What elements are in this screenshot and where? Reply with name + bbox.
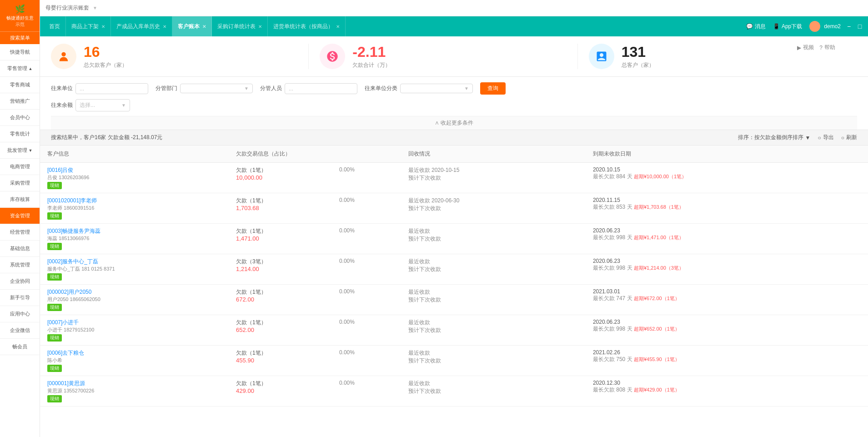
tab-products-close[interactable]: ✕ (101, 24, 105, 29)
filter-select-balance[interactable]: 选择... ▼ (75, 99, 130, 111)
sidebar-item-lingshou[interactable]: 零售管理 ▲ (0, 60, 40, 77)
tab-production-close[interactable]: ✕ (163, 24, 166, 29)
app-download-icon: 📱 (773, 23, 780, 30)
customer-name-2[interactable]: [0003]畅捷服务尹海蕊 (47, 227, 221, 235)
customer-name-0[interactable]: [0016]吕俊 (47, 166, 221, 174)
recover-date-5: 最近收款 (408, 319, 545, 326)
sidebar-item-yingxiao[interactable]: 营销推广 (0, 93, 40, 110)
maximize-button[interactable]: □ (855, 22, 864, 31)
sidebar-item-yingyong[interactable]: 应用中心 (0, 306, 40, 322)
cell-due-empty-1 (834, 193, 868, 224)
sidebar-item-changhui[interactable]: 畅会员 (0, 339, 40, 355)
customer-name-3[interactable]: [0002]服务中心_丁磊 (47, 258, 221, 266)
customer-name-4[interactable]: [000002]用户2050 (47, 288, 221, 296)
cell-recover-empty-0 (552, 163, 586, 193)
cell-due-empty-4 (834, 285, 868, 315)
customer-name-7[interactable]: [000001]黄思源 (47, 380, 221, 387)
stat-label-customers: 总欠款客户（家） (84, 61, 127, 69)
tab-purchase-order-close[interactable]: ✕ (258, 24, 262, 29)
data-table-wrapper: 客户信息 欠款交易信息（占比） 回收情况 到期未收款日期 [0016]吕俊 吕俊… (40, 146, 868, 437)
overdue-text-1[interactable]: 超期¥1,703.68（1笔） (634, 204, 684, 210)
sidebar-item-qiyeweixin[interactable]: 企业微信 (0, 322, 40, 339)
filter-select-dept[interactable]: ▼ (180, 84, 253, 93)
sidebar-item-caigou[interactable]: 采购管理 (0, 175, 40, 191)
collapse-icon: ∧ (435, 120, 439, 126)
sidebar-item-label: 资金管理 (10, 213, 30, 218)
sidebar-item-label: 电商管理 (10, 164, 30, 169)
customer-name-1[interactable]: [0001020001]李老师 (47, 197, 221, 205)
export-icon: ○ (818, 135, 821, 141)
message-label: 消息 (755, 23, 766, 30)
cell-customer-4: [000002]用户2050 用户2050 18665062050 现销 (40, 285, 229, 315)
sidebar-item-jichu[interactable]: 基础信息 (0, 241, 40, 257)
next-recover-6: 预计下次收款 (408, 357, 545, 365)
filter-select-balance-value: 选择... (80, 101, 95, 109)
sidebar-item-lingshoutongji[interactable]: 零售统计 (0, 126, 40, 142)
next-recover-2: 预计下次收款 (408, 235, 545, 243)
customer-tag-7: 现销 (47, 395, 62, 402)
avatar (809, 21, 820, 32)
sort-selector[interactable]: 排序：按欠款金额倒序排序 ▼ (738, 134, 811, 141)
overdue-text-7[interactable]: 超期¥429.00（1笔） (634, 387, 680, 392)
stat-label-debt: 欠款合计（万） (352, 61, 391, 69)
chevron-down-icon: ▼ (244, 86, 249, 91)
sidebar-item-lingshoucheng[interactable]: 零售商城 (0, 77, 40, 93)
tab-customer-account[interactable]: 客户账本 ✕ (172, 16, 212, 36)
sidebar-item-dianshang[interactable]: 电商管理 (0, 159, 40, 175)
sidebar-item-xitong[interactable]: 系统管理 (0, 257, 40, 273)
overdue-text-3[interactable]: 超期¥1,214.00（3笔） (634, 265, 684, 271)
tab-products[interactable]: 商品上下架 ✕ (66, 16, 111, 36)
tab-production[interactable]: 产成品入库单历史 ✕ (111, 16, 172, 36)
refresh-button[interactable]: ○ 刷新 (841, 134, 857, 141)
next-recover-5: 预计下次收款 (408, 326, 545, 334)
sidebar-item-kucun[interactable]: 库存核算 (0, 191, 40, 208)
overdue-text-6[interactable]: 超期¥455.90（1笔） (634, 357, 680, 362)
tab-customer-account-close[interactable]: ✕ (202, 24, 206, 29)
filter-input-unit[interactable]: ... (75, 83, 148, 94)
tab-purchase-order[interactable]: 采购订单统计表 ✕ (212, 16, 268, 36)
overdue-text-0[interactable]: 超期¥10,000.00（1笔） (634, 174, 687, 179)
company-dropdown-icon[interactable]: ▼ (93, 5, 97, 10)
debt-amount-7: 429.00 (236, 387, 325, 394)
cell-recover-empty-3 (552, 254, 586, 285)
filter-select-category[interactable]: ▼ (400, 84, 473, 93)
cell-due-date-0: 2020.10.15 最长欠款 884 天 超期¥10,000.00（1笔） (586, 163, 835, 193)
sidebar-item-kuaijie[interactable]: 快捷导航 (0, 44, 40, 60)
filter-fenguan-person: 分管人员 ... (260, 83, 357, 94)
tab-purchase-stats[interactable]: 进货单统计表（按商品） ✕ (268, 16, 346, 36)
filter-wanglai-unit: 往来单位 ... (51, 83, 148, 94)
filter-input-person[interactable]: ... (285, 83, 357, 94)
cell-customer-7: [000001]黄思源 黄思源 13552700226 现销 (40, 376, 229, 407)
sidebar-item-jingying[interactable]: 经营管理 (0, 224, 40, 241)
cell-due-empty-6 (834, 346, 868, 376)
view-video-button[interactable]: ▶ 视频 (797, 44, 814, 51)
customer-name-6[interactable]: [0006]去下粮仓 (47, 349, 221, 357)
user-button[interactable]: demo2 (809, 21, 841, 32)
customer-phone-0: 吕俊 13026203696 (47, 174, 221, 181)
collapse-filter-button[interactable]: ∧ 收起更多条件 (51, 116, 857, 130)
filter-input-person-dots: ... (289, 85, 293, 92)
sidebar-item-pifa[interactable]: 批发管理 ▼ (0, 142, 40, 159)
overdue-text-4[interactable]: 超期¥672.00（1笔） (634, 296, 680, 301)
overdue-text-5[interactable]: 超期¥652.00（1笔） (634, 326, 680, 332)
search-button[interactable]: 查询 (480, 82, 506, 95)
tab-purchase-stats-close[interactable]: ✕ (336, 24, 340, 29)
sidebar-item-zijin[interactable]: 资金管理 (0, 208, 40, 224)
tab-home[interactable]: 首页 (44, 16, 66, 36)
search-menu-button[interactable]: 搜索菜单 (0, 31, 40, 44)
message-button[interactable]: 💬 消息 (746, 23, 766, 30)
minimize-button[interactable]: − (844, 22, 853, 31)
sidebar-logo[interactable]: 🌿 畅捷通好生意 示范 (0, 0, 40, 31)
app-download-button[interactable]: 📱 App下载 (773, 23, 802, 30)
customer-name-5[interactable]: [0007]小进千 (47, 319, 221, 326)
export-button[interactable]: ○ 导出 (818, 134, 834, 141)
sidebar-item-huiyuan[interactable]: 会员中心 (0, 110, 40, 126)
help-button[interactable]: ? 帮助 (819, 44, 835, 51)
overdue-text-2[interactable]: 超期¥1,471.00（1笔） (634, 235, 684, 240)
debt-count-4: 欠款（1笔） (236, 288, 325, 296)
cell-due-empty-3 (834, 254, 868, 285)
debt-count-1: 欠款（1笔） (236, 197, 325, 205)
sidebar-item-xinshou[interactable]: 新手引导 (0, 290, 40, 306)
sidebar-item-qiye[interactable]: 企业协同 (0, 273, 40, 290)
next-recover-3: 预计下次收款 (408, 266, 545, 273)
